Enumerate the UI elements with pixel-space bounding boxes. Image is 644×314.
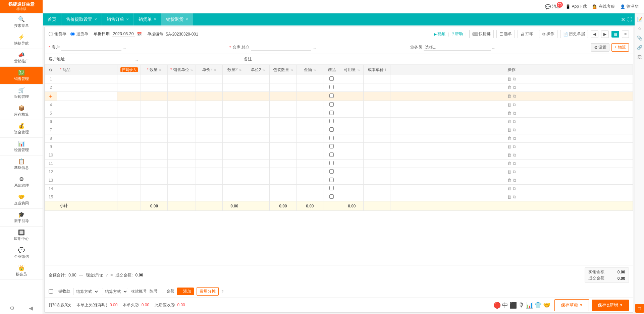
pack-qty-cell[interactable] — [270, 151, 297, 160]
gift-checkbox[interactable] — [329, 186, 334, 190]
chevron-down-icon-2[interactable]: ▼ — [620, 303, 623, 307]
tab-sales-order-close[interactable]: ✕ — [126, 13, 129, 25]
sidebar-item-vip[interactable]: 👑 畅会员 — [0, 262, 43, 280]
copy-row-btn[interactable]: ⧉ — [513, 144, 516, 149]
sidebar-item-newbie[interactable]: 🎓 新手引导 — [0, 209, 43, 227]
gift-cell[interactable] — [323, 75, 340, 83]
add-payment-btn[interactable]: + 添加 — [177, 288, 194, 295]
gift-checkbox[interactable] — [329, 111, 334, 115]
amount-cell[interactable] — [297, 151, 323, 160]
sidebar-collapse-icon[interactable]: ◀ — [29, 305, 33, 311]
amount-cell[interactable] — [297, 160, 323, 168]
tab-sales-delivery-close[interactable]: ✕ — [154, 13, 156, 25]
add-row-btn[interactable]: + — [49, 93, 53, 100]
gift-checkbox[interactable] — [329, 93, 334, 98]
unit2-cell[interactable] — [246, 75, 270, 83]
qty-cell[interactable] — [141, 83, 168, 92]
amount-cell[interactable] — [297, 193, 323, 201]
qty2-cell[interactable] — [223, 118, 246, 126]
sidebar-item-promote[interactable]: 📣 营销推广 — [0, 49, 43, 67]
operate-btn[interactable]: ⚙ 操作 — [539, 30, 557, 38]
salesperson-input[interactable] — [424, 44, 491, 51]
col-amount-sort[interactable]: ⇅ — [313, 68, 316, 72]
product-cell[interactable] — [57, 160, 117, 168]
sales-unit-cell[interactable] — [168, 193, 196, 201]
copy-row-btn[interactable]: ⧉ — [513, 161, 516, 166]
unit2-cell[interactable] — [246, 109, 270, 118]
col-scan[interactable]: 扫码录入 — [117, 65, 141, 75]
gift-cell[interactable] — [323, 193, 340, 201]
amount-cell[interactable] — [297, 185, 323, 193]
tab-home[interactable]: 首页 — [43, 13, 61, 25]
gift-checkbox[interactable] — [329, 152, 334, 157]
sales-unit-cell[interactable] — [168, 143, 196, 151]
unit-price-cell[interactable] — [196, 185, 223, 193]
delete-row-btn[interactable]: 🗑 — [507, 102, 512, 107]
sales-unit-cell[interactable] — [168, 101, 196, 109]
pack-qty-cell[interactable] — [270, 134, 297, 143]
amount-cell[interactable] — [297, 83, 323, 92]
delete-row-btn[interactable]: 🗑 — [507, 152, 512, 158]
pack-qty-cell[interactable] — [270, 193, 297, 201]
gift-cell[interactable] — [323, 92, 340, 101]
col-unit2-sort[interactable]: ⇅ — [262, 68, 265, 72]
bottom-icon-6[interactable]: 👕 — [534, 302, 542, 309]
qty2-cell[interactable] — [223, 75, 246, 83]
gift-cell[interactable] — [323, 118, 340, 126]
unit-price-cell[interactable] — [196, 143, 223, 151]
right-icon-note[interactable]: 📝 — [635, 15, 644, 23]
delete-row-btn[interactable]: 🗑 — [507, 169, 512, 174]
radio-return[interactable]: 退货单 — [70, 31, 88, 37]
sales-unit-cell[interactable] — [168, 168, 196, 176]
product-cell[interactable] — [57, 168, 117, 176]
unit-price-cell[interactable] — [196, 92, 223, 101]
delete-row-btn[interactable]: 🗑 — [507, 111, 512, 116]
address-dots[interactable]: ... — [135, 57, 138, 62]
customer-dots[interactable]: ... — [123, 45, 126, 50]
gift-checkbox[interactable] — [329, 85, 334, 89]
unit-price-cell[interactable] — [196, 151, 223, 160]
tab-sales-return[interactable]: 销货退货 ✕ — [161, 13, 193, 25]
fee-split-btn[interactable]: 费用分摊 — [197, 287, 219, 296]
sales-unit-cell[interactable] — [168, 176, 196, 185]
unit-price-cell[interactable] — [196, 118, 223, 126]
copy-row-btn[interactable]: ⧉ — [513, 111, 516, 116]
pack-qty-cell[interactable] — [270, 118, 297, 126]
account-dots[interactable]: ... — [160, 289, 164, 294]
fee-split-help-icon[interactable]: ? — [221, 290, 223, 294]
chevron-down-icon[interactable]: ▼ — [580, 303, 583, 307]
gift-checkbox[interactable] — [329, 161, 334, 165]
unit-price-cell[interactable] — [196, 168, 223, 176]
product-cell[interactable] — [57, 92, 117, 101]
delete-row-btn[interactable]: 🗑 — [507, 194, 512, 199]
qty-cell[interactable] — [141, 134, 168, 143]
delete-row-btn[interactable]: 🗑 — [507, 186, 512, 191]
unit-price-cell[interactable] — [196, 134, 223, 143]
delete-row-btn[interactable]: 🗑 — [507, 119, 512, 124]
delete-row-btn[interactable]: 🗑 — [507, 93, 512, 99]
copy-row-btn[interactable]: ⧉ — [513, 169, 516, 174]
nav-next-btn[interactable]: ▶ — [601, 30, 609, 38]
sidebar-item-basic[interactable]: 📋 基础信息 — [0, 155, 43, 173]
pack-qty-cell[interactable] — [270, 101, 297, 109]
pack-qty-cell[interactable] — [270, 176, 297, 185]
amount-cell[interactable] — [297, 109, 323, 118]
right-icon-image[interactable]: 🖼 — [635, 52, 644, 61]
qty2-cell[interactable] — [223, 83, 246, 92]
bottom-icon-2[interactable]: 中 — [502, 301, 508, 309]
sidebar-item-wechat[interactable]: 💬 企业微信 — [0, 244, 43, 262]
product-cell[interactable] — [57, 176, 117, 185]
col-setting[interactable]: ⚙ — [45, 65, 57, 75]
sidebar-item-search[interactable]: 🔍 搜索菜单 — [0, 13, 43, 31]
gift-checkbox[interactable] — [329, 178, 334, 182]
gift-cell[interactable] — [323, 176, 340, 185]
qty-cell[interactable] — [141, 185, 168, 193]
qty2-cell[interactable] — [223, 168, 246, 176]
save-new-btn[interactable]: 保存&新增 ▼ — [592, 300, 629, 311]
qty2-cell[interactable] — [223, 151, 246, 160]
grid-view-btn[interactable]: ▦ — [611, 31, 619, 38]
bottom-icon-4[interactable]: 🎙 — [518, 302, 524, 309]
unit2-cell[interactable] — [246, 101, 270, 109]
qty-cell[interactable] — [141, 143, 168, 151]
gift-checkbox[interactable] — [329, 102, 334, 107]
